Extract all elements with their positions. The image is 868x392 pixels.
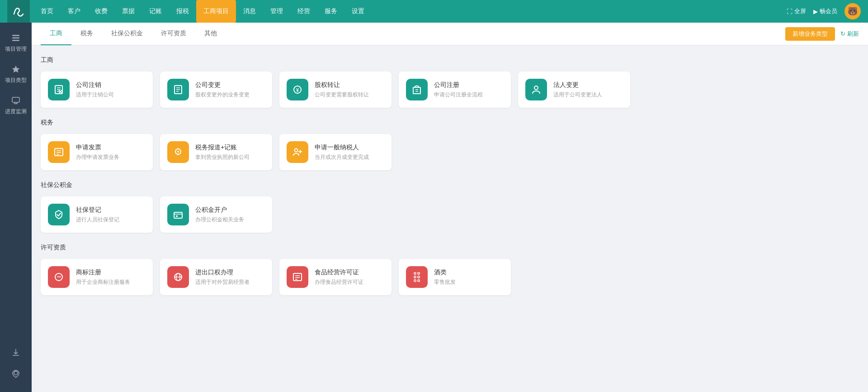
vip-button[interactable]: ▶ 畅会员 (813, 7, 837, 15)
main-layout: 项目管理 项目类型 进度监测 (0, 23, 868, 392)
nav-item-消息[interactable]: 消息 (236, 0, 263, 23)
service-card-酒类[interactable]: 酒类 零售批发 (399, 259, 511, 295)
service-card-公司注销[interactable]: 公司注销 适用于注销公司 (41, 72, 153, 108)
nav-item-管理[interactable]: 管理 (263, 0, 290, 23)
service-card-申请一般纳税人[interactable]: 申请一般纳税人 当月或次月成变更完成 (279, 134, 392, 170)
sidebar-item-download[interactable] (0, 341, 32, 363)
svg-text:™: ™ (57, 275, 61, 280)
svg-text:¥: ¥ (296, 87, 299, 93)
svg-rect-51 (418, 272, 420, 274)
card-desc: 适用于对外贸易经营者 (195, 278, 265, 286)
equity-transfer-icon: ¥ (287, 79, 308, 100)
card-title: 进出口权办理 (195, 268, 265, 277)
svg-point-26 (534, 86, 538, 90)
nav-item-设置[interactable]: 设置 (344, 0, 372, 23)
sidebar-bottom (0, 341, 32, 392)
tab-许可资质[interactable]: 许可资质 (152, 23, 195, 45)
star-icon (10, 64, 21, 75)
tab-其他[interactable]: 其他 (195, 23, 226, 45)
card-info: 公司注册 申请公司注册全流程 (434, 81, 504, 99)
service-card-公司注册[interactable]: 公司注册 申请公司注册全流程 (399, 72, 511, 108)
service-card-商标注册[interactable]: ™ 商标注册 用于企业商标注册服务 (41, 259, 153, 295)
svg-point-10 (14, 371, 18, 375)
monitor-icon (10, 95, 21, 106)
tab-工商[interactable]: 工商 (41, 23, 71, 45)
tabs-bar: 工商税务社保公积金许可资质其他 新增业务类型 ↻ 刷新 (32, 23, 868, 45)
service-card-税务报道+记账[interactable]: 税务报道+记账 拿到营业执照的新公司 (160, 134, 272, 170)
svg-point-35 (295, 149, 298, 152)
company-register-icon (406, 79, 428, 100)
logo[interactable] (7, 0, 30, 23)
nav-item-服务[interactable]: 服务 (317, 0, 344, 23)
svg-rect-55 (418, 280, 420, 282)
tab-社保公积金[interactable]: 社保公积金 (102, 23, 152, 45)
card-title: 酒类 (434, 268, 504, 277)
card-info: 商标注册 用于企业商标注册服务 (76, 268, 146, 286)
card-desc: 股权变更外的业务变更 (195, 91, 265, 99)
social-insurance-icon (48, 204, 70, 225)
card-title: 股权转让 (315, 81, 384, 89)
card-desc: 当月或次月成变更完成 (315, 153, 384, 161)
service-card-进出口权办理[interactable]: 进出口权办理 适用于对外贸易经营者 (160, 259, 272, 295)
cancel-company-icon (48, 79, 70, 100)
svg-rect-38 (174, 212, 182, 218)
card-info: 食品经营许可证 办理食品经营许可证 (315, 268, 384, 286)
service-card-社保登记[interactable]: 社保登记 进行人员社保登记 (41, 196, 153, 233)
list-icon (10, 33, 21, 43)
sidebar-item-project-management[interactable]: 项目管理 (0, 27, 32, 58)
fullscreen-button[interactable]: ⛶ 全屏 (787, 7, 806, 15)
sidebar-item-location[interactable] (0, 363, 32, 385)
nav-item-记账[interactable]: 记账 (142, 0, 169, 23)
location-icon (10, 368, 21, 379)
card-title: 公司注销 (76, 81, 146, 89)
card-info: 公司注销 适用于注销公司 (76, 81, 146, 99)
card-desc: 适用于注销公司 (76, 91, 146, 99)
card-info: 法人变更 适用于公司变更法人 (553, 81, 623, 99)
add-type-button[interactable]: 新增业务类型 (785, 27, 835, 41)
nav-item-客户[interactable]: 客户 (61, 0, 88, 23)
nav-item-报税[interactable]: 报税 (169, 0, 196, 23)
svg-rect-40 (176, 215, 178, 217)
refresh-label: 刷新 (847, 30, 859, 38)
service-card-法人变更[interactable]: 法人变更 适用于公司变更法人 (518, 72, 630, 108)
trademark-icon: ™ (48, 266, 70, 288)
nav-item-收费[interactable]: 收费 (88, 0, 115, 23)
service-card-公司变更[interactable]: 公司变更 股权变更外的业务变更 (160, 72, 272, 108)
sidebar-item-progress[interactable]: 进度监测 (0, 90, 32, 121)
avatar[interactable]: 🐻 (844, 3, 861, 19)
sidebar-label-progress: 进度监测 (5, 108, 27, 115)
general-taxpayer-icon (287, 141, 308, 163)
card-title: 公积金开户 (195, 206, 265, 214)
service-card-股权转让[interactable]: ¥ 股权转让 公司变更需要股权转让 (279, 72, 392, 108)
tax-report-icon (167, 141, 189, 163)
tab-税务[interactable]: 税务 (71, 23, 102, 45)
service-card-食品经营许可证[interactable]: 食品经营许可证 办理食品经营许可证 (279, 259, 392, 295)
legal-change-icon (525, 79, 547, 100)
cards-grid-许可资质: ™ 商标注册 用于企业商标注册服务 进出口权办理 适用于对外贸易经营者 食品经营… (41, 259, 859, 295)
service-card-申请发票[interactable]: 申请发票 办理申请发票业务 (41, 134, 153, 170)
card-desc: 办理食品经营许可证 (315, 278, 384, 286)
cards-grid-工商: 公司注销 适用于注销公司 公司变更 股权变更外的业务变更 ¥ 股权转让 公司变更… (41, 72, 859, 108)
card-info: 申请发票 办理申请发票业务 (76, 143, 146, 161)
download-icon (10, 347, 21, 358)
card-info: 社保登记 进行人员社保登记 (76, 206, 146, 224)
svg-marker-3 (12, 66, 19, 73)
nav-right: ⛶ 全屏 ▶ 畅会员 🐻 (787, 3, 861, 19)
nav-item-票据[interactable]: 票据 (115, 0, 142, 23)
nav-item-首页[interactable]: 首页 (33, 0, 61, 23)
card-title: 商标注册 (76, 268, 146, 277)
nav-item-经营[interactable]: 经营 (290, 0, 317, 23)
nav-item-工商项目[interactable]: 工商项目 (196, 0, 236, 23)
card-info: 公积金开户 办理公积金相关业务 (195, 206, 265, 224)
svg-rect-23 (413, 87, 420, 94)
svg-rect-4 (12, 97, 19, 102)
refresh-button[interactable]: ↻ 刷新 (840, 30, 859, 38)
card-desc: 申请公司注册全流程 (434, 91, 504, 99)
service-card-公积金开户[interactable]: 公积金开户 办理公积金相关业务 (160, 196, 272, 233)
section-title-税务: 税务 (41, 119, 859, 127)
housing-fund-icon (167, 204, 189, 225)
food-license-icon (287, 266, 308, 288)
card-info: 进出口权办理 适用于对外贸易经营者 (195, 268, 265, 286)
import-export-icon (167, 266, 189, 288)
sidebar-item-project-type[interactable]: 项目类型 (0, 58, 32, 90)
